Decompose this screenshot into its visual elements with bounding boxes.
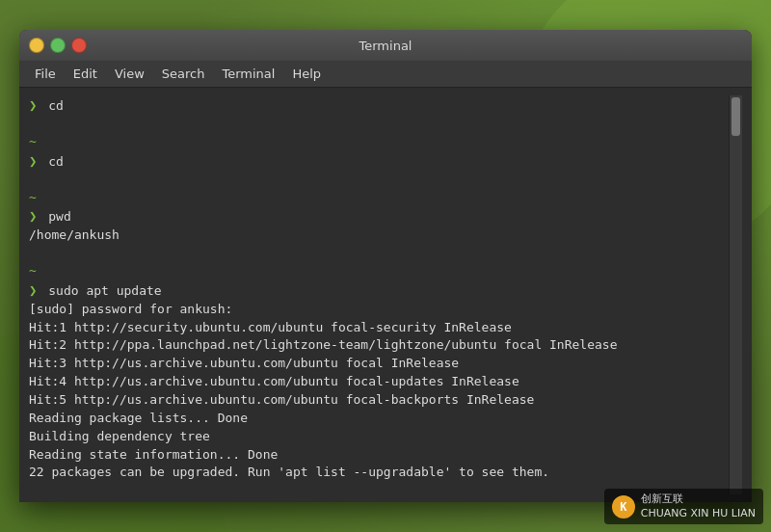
watermark-icon: K <box>612 495 635 519</box>
scrollbar[interactable] <box>729 95 742 494</box>
close-button[interactable] <box>71 38 87 53</box>
empty-2 <box>29 172 729 189</box>
line-hit2: Hit:2 http://ppa.launchpad.net/lightzone… <box>29 336 729 355</box>
line-reading2: Reading state information... Done <box>29 446 729 465</box>
prompt-arrow-1: ❯ <box>29 95 37 115</box>
cmd-2: cd <box>40 153 63 172</box>
output-building: Building dependency tree <box>29 428 210 446</box>
menu-search[interactable]: Search <box>154 63 213 85</box>
menu-file[interactable]: File <box>27 63 64 85</box>
tilde-1: ~ <box>29 133 37 151</box>
line-hit5: Hit:5 http://us.archive.ubuntu.com/ubunt… <box>29 391 729 410</box>
line-hit1: Hit:1 http://security.ubuntu.com/ubuntu … <box>29 319 729 337</box>
title-bar: Terminal <box>19 30 752 61</box>
output-sudo: [sudo] password for ankush: <box>29 301 232 319</box>
cmd-4: sudo apt update <box>40 282 161 301</box>
prompt-arrow-2: ❯ <box>29 151 37 171</box>
line-3: ❯ pwd <box>29 206 729 226</box>
line-packages: 22 packages can be upgraded. Run 'apt li… <box>29 464 729 482</box>
prompt-arrow-4: ❯ <box>29 280 37 300</box>
line-sudo-pw: [sudo] password for ankush: <box>29 301 729 319</box>
prompt-arrow-3: ❯ <box>29 206 37 226</box>
output-hit5: Hit:5 http://us.archive.ubuntu.com/ubunt… <box>29 391 534 410</box>
maximize-button[interactable] <box>50 38 66 53</box>
scrollbar-thumb[interactable] <box>731 97 740 136</box>
output-hit1: Hit:1 http://security.ubuntu.com/ubuntu … <box>29 319 512 337</box>
line-reading1: Reading package lists... Done <box>29 410 729 428</box>
tilde-3: ~ <box>29 262 37 280</box>
cmd-3: pwd <box>40 208 70 226</box>
line-1: ❯ cd <box>29 95 729 116</box>
output-reading1: Reading package lists... Done <box>29 410 248 428</box>
line-5: ❯ sudo apt update <box>29 280 729 301</box>
cmd-1: cd <box>40 97 63 116</box>
output-pwd: /home/ankush <box>29 226 120 245</box>
terminal-content: ❯ cd ~ ❯ cd ~ ❯ pwd /home/ankush <box>29 95 729 494</box>
window-title: Terminal <box>359 39 412 53</box>
output-hit2: Hit:2 http://ppa.launchpad.net/lightzone… <box>29 336 617 355</box>
line-hit4: Hit:4 http://us.archive.ubuntu.com/ubunt… <box>29 373 729 391</box>
watermark-line1: 创新互联 <box>641 492 756 506</box>
menu-view[interactable]: View <box>107 63 152 85</box>
line-4: /home/ankush <box>29 226 729 245</box>
line-tilde-3: ~ <box>29 262 729 280</box>
watermark-text: 创新互联 CHUANG XIN HU LIAN <box>641 492 756 520</box>
empty-1 <box>29 116 729 133</box>
menu-bar: File Edit View Search Terminal Help <box>19 61 752 88</box>
empty-3 <box>29 245 729 262</box>
terminal-body[interactable]: ❯ cd ~ ❯ cd ~ ❯ pwd /home/ankush <box>19 88 752 502</box>
watermark-line2: CHUANG XIN HU LIAN <box>641 507 756 520</box>
menu-terminal[interactable]: Terminal <box>214 63 282 85</box>
output-hit4: Hit:4 http://us.archive.ubuntu.com/ubunt… <box>29 373 519 391</box>
output-reading2: Reading state information... Done <box>29 446 278 465</box>
line-hit3: Hit:3 http://us.archive.ubuntu.com/ubunt… <box>29 355 729 373</box>
line-2: ❯ cd <box>29 151 729 172</box>
menu-help[interactable]: Help <box>284 63 329 85</box>
window-controls <box>29 38 87 53</box>
menu-edit[interactable]: Edit <box>66 63 105 85</box>
watermark: K 创新互联 CHUANG XIN HU LIAN <box>604 489 763 524</box>
minimize-button[interactable] <box>29 38 44 53</box>
line-tilde-2: ~ <box>29 189 729 207</box>
terminal-window: Terminal File Edit View Search Terminal … <box>19 30 752 502</box>
output-packages: 22 packages can be upgraded. Run 'apt li… <box>29 464 549 482</box>
output-hit3: Hit:3 http://us.archive.ubuntu.com/ubunt… <box>29 355 459 373</box>
line-building: Building dependency tree <box>29 428 729 446</box>
line-tilde-1: ~ <box>29 133 729 151</box>
tilde-2: ~ <box>29 189 37 207</box>
